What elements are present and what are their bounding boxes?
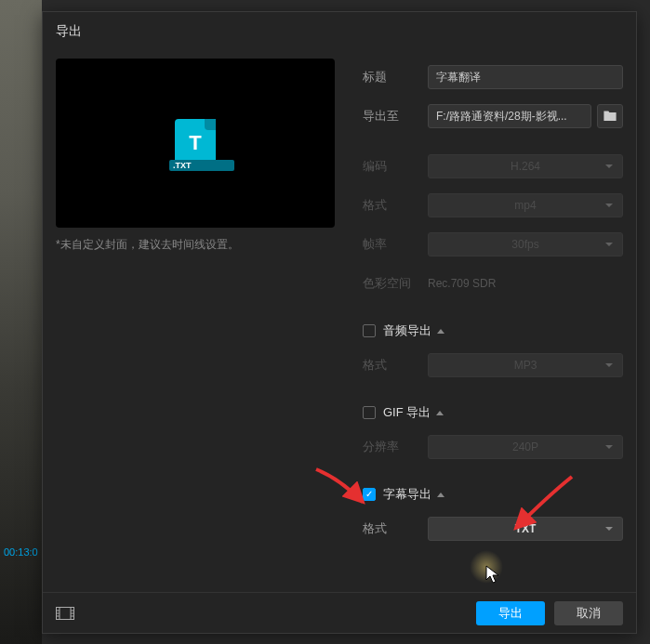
colorspace-label: 色彩空间 xyxy=(363,275,428,292)
expand-icon xyxy=(436,411,444,415)
export-dialog: 导出 T .TXT *未自定义封面，建议去时间线设置。 标题 字幕翻译 导出至 … xyxy=(42,11,637,634)
expand-icon xyxy=(437,329,444,334)
chevron-down-icon xyxy=(605,527,613,531)
txt-file-icon: T .TXT xyxy=(175,119,216,167)
preview-thumbnail: T .TXT xyxy=(56,59,335,228)
encoding-label: 编码 xyxy=(363,158,428,175)
audio-format-label: 格式 xyxy=(363,357,428,374)
subtitle-format-label: 格式 xyxy=(363,520,428,537)
dialog-title: 导出 xyxy=(43,12,636,51)
section-audio[interactable]: 音频导出 xyxy=(363,322,623,339)
title-label: 标题 xyxy=(363,69,428,85)
chevron-down-icon xyxy=(605,243,613,246)
row-title: 标题 字幕翻译 xyxy=(363,64,623,90)
subtitle-checkbox[interactable] xyxy=(363,488,376,501)
gif-section-label: GIF 导出 xyxy=(383,404,431,421)
audio-section-label: 音频导出 xyxy=(383,322,431,339)
subtitle-section-label: 字幕导出 xyxy=(383,486,431,503)
expand-icon xyxy=(437,493,444,497)
row-framerate: 帧率 30fps xyxy=(363,231,623,257)
row-subtitle-format: 格式 TXT xyxy=(363,516,623,542)
settings-column: 标题 字幕翻译 导出至 F:/路路通资料/28期-影视... 编码 H.264 … xyxy=(335,51,623,590)
preview-caption: *未自定义封面，建议去时间线设置。 xyxy=(56,237,335,253)
preview-column: T .TXT *未自定义封面，建议去时间线设置。 xyxy=(56,51,335,590)
subtitle-format-select[interactable]: TXT xyxy=(428,517,623,541)
colorspace-value: Rec.709 SDR xyxy=(428,277,496,290)
browse-folder-button[interactable] xyxy=(597,104,623,128)
cursor-highlight xyxy=(470,550,503,584)
section-subtitle[interactable]: 字幕导出 xyxy=(363,486,623,503)
footer-icon-button[interactable] xyxy=(56,607,74,620)
audio-format-select: MP3 xyxy=(428,353,623,377)
row-encoding: 编码 H.264 xyxy=(363,153,623,179)
chevron-down-icon xyxy=(605,363,613,367)
gif-res-select: 240P xyxy=(428,435,623,459)
dialog-footer: 导出 取消 xyxy=(43,592,636,633)
gif-checkbox[interactable] xyxy=(363,406,376,419)
framerate-select: 30fps xyxy=(428,232,623,256)
chevron-down-icon xyxy=(605,164,613,168)
chevron-down-icon xyxy=(605,445,613,449)
section-gif[interactable]: GIF 导出 xyxy=(363,404,623,421)
encoding-select: H.264 xyxy=(428,154,623,178)
timeline-timecode: 00:13:0 xyxy=(4,546,38,558)
row-audio-format: 格式 MP3 xyxy=(363,352,623,378)
audio-checkbox[interactable] xyxy=(363,324,376,337)
row-exportto: 导出至 F:/路路通资料/28期-影视... xyxy=(363,103,623,129)
framerate-label: 帧率 xyxy=(363,236,428,253)
folder-icon xyxy=(604,111,617,122)
row-gif-res: 分辨率 240P xyxy=(363,434,623,460)
row-colorspace: 色彩空间 Rec.709 SDR xyxy=(363,270,623,296)
chevron-down-icon xyxy=(605,204,613,207)
gif-res-label: 分辨率 xyxy=(363,439,428,455)
format-label: 格式 xyxy=(363,197,428,214)
export-button[interactable]: 导出 xyxy=(476,601,545,625)
filmstrip-icon xyxy=(56,607,74,620)
row-format-video: 格式 mp4 xyxy=(363,192,623,218)
exportto-label: 导出至 xyxy=(363,108,428,125)
cancel-button[interactable]: 取消 xyxy=(554,601,623,625)
format-select: mp4 xyxy=(428,193,623,217)
exportto-input[interactable]: F:/路路通资料/28期-影视... xyxy=(428,104,591,128)
dialog-content: T .TXT *未自定义封面，建议去时间线设置。 标题 字幕翻译 导出至 F:/… xyxy=(43,51,636,590)
title-input[interactable]: 字幕翻译 xyxy=(428,65,623,89)
